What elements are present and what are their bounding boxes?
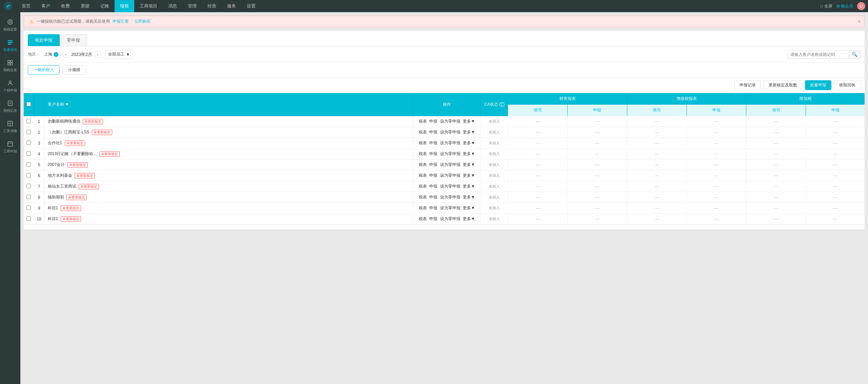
search-button[interactable]: 🔍 — [849, 50, 860, 58]
svg-rect-7 — [11, 60, 13, 62]
sidebar-item-overview[interactable]: 报税总览 — [0, 56, 20, 76]
notice-link-buy[interactable]: 立即购买 — [134, 19, 151, 24]
op-0-row-7[interactable]: 税表 — [419, 195, 427, 199]
sidebar-item-personal-tax[interactable]: 个税申报 — [0, 76, 20, 96]
nav-message[interactable]: 消息 — [163, 0, 182, 12]
op-1-row-5[interactable]: 申报 — [429, 173, 437, 178]
fullscreen-button[interactable]: □ 全屏 — [821, 3, 832, 9]
nav-accounting[interactable]: 记账 — [95, 0, 115, 12]
op-0-row-2[interactable]: 税表 — [419, 141, 427, 145]
tab-tax-declaration[interactable]: 税款申报 — [28, 34, 60, 46]
user-avatar[interactable]: U — [857, 2, 865, 10]
row-fin-fill: — — [508, 170, 568, 181]
sidebar-item-batch-tax[interactable]: 批量报税 — [0, 35, 20, 56]
nav-invoice[interactable]: 票据 — [75, 0, 95, 12]
op-1-row-3[interactable]: 申报 — [429, 151, 437, 156]
op-2-row-9[interactable]: 设为零申报 — [440, 216, 460, 221]
op-0-row-6[interactable]: 税表 — [419, 184, 427, 189]
record-button[interactable]: 申报记录 — [734, 80, 761, 90]
nav-business[interactable]: 工商项目 — [134, 0, 163, 12]
nav-settings[interactable]: 设置 — [241, 0, 261, 12]
sidebar-item-annual[interactable]: 工商年报 — [0, 137, 20, 157]
op-3-row-1[interactable]: 更多▼ — [463, 130, 475, 134]
member-button[interactable]: ⊞ 畅会员 — [836, 3, 853, 9]
search-input[interactable] — [788, 51, 849, 58]
update-button[interactable]: 更新核定及取数 — [764, 80, 802, 90]
op-0-row-9[interactable]: 税表 — [419, 216, 427, 221]
date-next-button[interactable]: › — [94, 51, 101, 58]
op-0-row-4[interactable]: 税表 — [419, 162, 427, 167]
retrieve-button[interactable]: 收取回执 — [834, 80, 861, 90]
op-2-row-1[interactable]: 设为零申报 — [440, 130, 460, 134]
row-checkbox-9[interactable] — [26, 216, 31, 221]
op-2-row-3[interactable]: 设为零申报 — [440, 151, 460, 156]
nav-home[interactable]: 首页 — [16, 0, 36, 12]
op-3-row-6[interactable]: 更多▼ — [463, 184, 475, 189]
op-2-row-7[interactable]: 设为零申报 — [440, 195, 460, 199]
op-3-row-9[interactable]: 更多▼ — [463, 216, 475, 221]
row-checkbox-4[interactable] — [26, 162, 31, 167]
row-checkbox-1[interactable] — [26, 130, 31, 134]
op-0-row-1[interactable]: 税表 — [419, 130, 427, 134]
op-0-row-8[interactable]: 税表 — [419, 206, 427, 210]
nav-billing[interactable]: 收费 — [56, 0, 75, 12]
date-prev-button[interactable]: ‹ — [62, 51, 69, 58]
ca-info-icon[interactable]: C — [499, 102, 504, 107]
nav-manage[interactable]: 管理 — [182, 0, 202, 12]
op-1-row-8[interactable]: 申报 — [429, 206, 437, 210]
op-1-row-6[interactable]: 申报 — [429, 184, 437, 189]
op-2-row-6[interactable]: 设为零申报 — [440, 184, 460, 189]
row-checkbox-2[interactable] — [26, 141, 31, 145]
op-2-row-0[interactable]: 设为零申报 — [440, 119, 460, 124]
op-2-row-2[interactable]: 设为零申报 — [440, 141, 460, 145]
select-all-checkbox[interactable] — [26, 102, 31, 106]
sidebar-item-record[interactable]: 报税记录 — [0, 96, 20, 116]
row-fin-report: — — [568, 116, 627, 127]
batch-report-button[interactable]: 批量申报 — [805, 80, 831, 90]
table-row: 6 地方水利基金 未更新核定 税表 申报 设为零申报 更多▼ 未插入 — — —… — [24, 170, 865, 181]
op-1-row-7[interactable]: 申报 — [429, 195, 437, 199]
row-checkbox-3[interactable] — [26, 151, 31, 156]
row-checkbox-0[interactable] — [26, 119, 31, 123]
op-0-row-3[interactable]: 税表 — [419, 151, 427, 156]
row-checkbox-6[interactable] — [26, 184, 31, 188]
row-checkbox-7[interactable] — [26, 195, 31, 199]
op-1-row-4[interactable]: 申报 — [429, 162, 437, 167]
sidebar-item-tax-settings[interactable]: 报税设置 — [0, 15, 20, 35]
op-0-row-5[interactable]: 税表 — [419, 173, 427, 178]
location-info-icon[interactable]: i — [54, 52, 58, 57]
sub-tab-general[interactable]: 一般的税人 — [28, 65, 60, 74]
nav-tax[interactable]: 报税 — [115, 0, 134, 12]
sub-tab-small[interactable]: 小规模 — [62, 65, 86, 74]
op-1-row-2[interactable]: 申报 — [429, 141, 437, 145]
row-vat-report: — — [687, 116, 746, 127]
sidebar-item-settlement[interactable]: 汇算清缴 — [0, 116, 20, 137]
op-3-row-2[interactable]: 更多▼ — [463, 141, 475, 145]
op-0-row-0[interactable]: 税表 — [419, 119, 427, 124]
op-2-row-8[interactable]: 设为零申报 — [440, 206, 460, 210]
op-3-row-3[interactable]: 更多▼ — [463, 151, 475, 156]
op-1-row-0[interactable]: 申报 — [429, 119, 437, 124]
location-selector[interactable]: 上海 i — [44, 51, 58, 57]
op-3-row-4[interactable]: 更多▼ — [463, 162, 475, 167]
op-3-row-7[interactable]: 更多▼ — [463, 195, 475, 199]
staff-selector[interactable]: 全部员工 ▼ — [105, 50, 133, 59]
op-3-row-5[interactable]: 更多▼ — [463, 173, 475, 178]
row-name: 科目1 未更新核定 — [44, 203, 413, 214]
nav-operation[interactable]: 经营 — [202, 0, 222, 12]
sort-icon[interactable]: ▼ — [65, 102, 69, 107]
notice-close-button[interactable]: × — [858, 19, 861, 25]
row-checkbox-8[interactable] — [26, 206, 31, 210]
row-checkbox-5[interactable] — [26, 173, 31, 177]
tab-zero-declaration[interactable]: 零申报 — [60, 34, 87, 46]
nav-service[interactable]: 服务 — [222, 0, 241, 12]
op-2-row-5[interactable]: 设为零申报 — [440, 173, 460, 178]
nav-customer[interactable]: 客户 — [36, 0, 56, 12]
op-3-row-8[interactable]: 更多▼ — [463, 206, 475, 210]
op-1-row-1[interactable]: 申报 — [429, 130, 437, 134]
app-logo[interactable] — [3, 1, 14, 12]
notice-link-report[interactable]: 申报汇签 — [113, 19, 129, 24]
op-3-row-0[interactable]: 更多▼ — [463, 119, 475, 124]
op-2-row-4[interactable]: 设为零申报 — [440, 162, 460, 167]
op-1-row-9[interactable]: 申报 — [429, 216, 437, 221]
